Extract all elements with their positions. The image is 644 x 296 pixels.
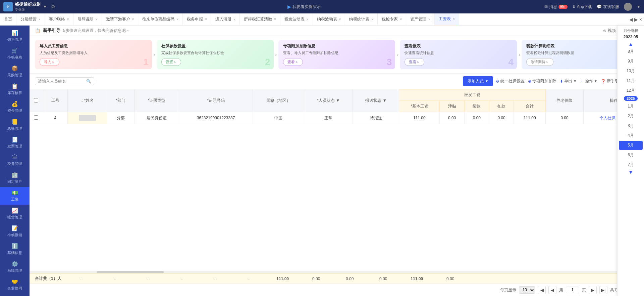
sidebar-item-ledger[interactable]: 📒 总账管理	[0, 116, 30, 134]
search-input[interactable]	[38, 79, 85, 84]
sidebar-label-system: 系统管理	[7, 268, 22, 273]
deduction-btn[interactable]: ⊕ 专项附加扣除	[528, 78, 556, 84]
month-5[interactable]: 5月	[619, 141, 643, 150]
tab-invite[interactable]: 邀请下游客户×	[102, 13, 139, 26]
tab-tax-burden[interactable]: 税负波动表×	[280, 13, 313, 26]
sidebar-item-collab[interactable]: 🤝 企业协同	[0, 276, 30, 294]
dropdown-icon[interactable]: ▼	[43, 4, 47, 9]
add-person-button[interactable]: 添加人员 ▼	[463, 76, 493, 86]
close-icon[interactable]: ×	[39, 17, 41, 21]
month-up-btn[interactable]: ▲	[629, 41, 633, 47]
tab-tax-expert[interactable]: 税检专家×	[378, 13, 406, 26]
step-5-btn[interactable]: 敬请期待＞	[526, 58, 553, 66]
sidebar-item-payroll[interactable]: 💵 工资	[0, 187, 30, 205]
page-size-select[interactable]: 10 20 50	[519, 286, 535, 294]
select-all-checkbox[interactable]	[34, 98, 38, 102]
sidebar-item-invoice[interactable]: 🧾 发票管理	[0, 134, 30, 152]
social-security-btn[interactable]: ⚙ 统一社保设置	[496, 78, 525, 84]
month-10[interactable]: 10月	[619, 67, 643, 76]
step-4-btn[interactable]: 查看＞	[405, 58, 424, 66]
tab-tax-wave[interactable]: 纳税波动表×	[313, 13, 345, 26]
tab-layered[interactable]: 分层经营×	[16, 13, 45, 26]
avatar[interactable]	[624, 3, 632, 11]
search-icon[interactable]: 🔍	[86, 79, 91, 84]
guide-video-btn[interactable]: ⊙ 视频	[603, 28, 615, 34]
scrollbar-thumb[interactable]	[97, 271, 164, 273]
close-icon[interactable]: ×	[205, 17, 207, 21]
step-3-btn[interactable]: 查看＞	[283, 58, 303, 66]
month-11[interactable]: 11月	[619, 76, 643, 85]
tab-assets[interactable]: 资产管理×	[406, 13, 435, 26]
next-page-btn[interactable]: ▶	[589, 286, 597, 294]
month-6[interactable]: 6月	[619, 151, 643, 160]
month-8[interactable]: 8月	[619, 47, 643, 56]
sidebar-item-purchase[interactable]: 📦 采购管理	[0, 62, 30, 80]
settings-icon[interactable]: ⚙	[51, 4, 55, 9]
tab-tax-stat[interactable]: 纳税统计表×	[345, 13, 378, 26]
close-icon[interactable]: ×	[428, 17, 430, 21]
sidebar-label-collab: 企业协同	[7, 286, 22, 291]
month-9[interactable]: 9月	[619, 57, 643, 66]
tab-payroll[interactable]: 工资表×	[435, 13, 459, 26]
close-icon[interactable]: ×	[176, 17, 178, 21]
report-filter-icon[interactable]: ▼	[383, 98, 387, 103]
tab-income-tax[interactable]: 所得税汇算清缴×	[240, 13, 280, 26]
invoice-icon: 🧾	[11, 136, 18, 143]
tab-guide[interactable]: 引导说明×	[73, 13, 102, 26]
close-icon[interactable]: ×	[132, 17, 134, 21]
month-1[interactable]: 1月	[619, 102, 643, 111]
close-icon[interactable]: ×	[67, 17, 69, 21]
row-checkbox[interactable]	[34, 115, 38, 120]
sidebar-item-assets[interactable]: 🏢 固定资产	[0, 169, 30, 187]
sidebar-item-finance[interactable]: 💰 资金管理	[0, 98, 30, 116]
tab-clearance[interactable]: 进入清册×	[211, 13, 240, 26]
step-2-btn[interactable]: 设置＞	[161, 58, 181, 66]
message-btn[interactable]: ✉ 消息 99+	[544, 4, 568, 10]
personal-insurance-link[interactable]: 个人社保	[599, 116, 615, 120]
close-icon[interactable]: ×	[371, 17, 373, 21]
demo-text[interactable]: 我要看实例演示	[292, 4, 321, 10]
month-4[interactable]: 4月	[619, 131, 643, 140]
export-btn[interactable]: ⬇ 导出 ▼	[560, 78, 577, 84]
sidebar-item-inventory[interactable]: 📋 库存核算	[0, 80, 30, 98]
account-icon[interactable]: ▼	[637, 4, 641, 9]
close-icon[interactable]: ×	[274, 17, 276, 21]
sidebar-item-system[interactable]: ⚙️ 系统管理	[0, 258, 30, 276]
first-page-btn[interactable]: |◀	[538, 286, 546, 294]
online-service-btn[interactable]: 💬 在线客服	[597, 4, 619, 10]
sidebar-item-ecommerce[interactable]: 🛒 小畅电商	[0, 45, 30, 62]
step-1-btn[interactable]: 导入＞	[40, 58, 59, 66]
tab-customer[interactable]: 客户联络×	[45, 13, 73, 26]
nav-prev-icon[interactable]: ◀	[629, 17, 633, 22]
nav-close-all-icon[interactable]: ×	[639, 17, 642, 22]
tab-product-code[interactable]: 往来单位商品编码×	[138, 13, 183, 26]
close-icon[interactable]: ×	[400, 17, 402, 21]
month-12[interactable]: 12月	[619, 86, 643, 95]
prev-page-btn[interactable]: ◀	[548, 286, 556, 294]
page-input[interactable]	[566, 287, 579, 293]
status-filter-icon[interactable]: ▼	[336, 98, 340, 103]
month-3[interactable]: 3月	[619, 121, 643, 130]
close-icon[interactable]: ×	[233, 17, 235, 21]
month-2[interactable]: 2月	[619, 112, 643, 121]
sidebar-item-operations[interactable]: 📈 经营管理	[0, 205, 30, 222]
tab-tax-report[interactable]: 税务申报×	[183, 13, 211, 26]
close-icon[interactable]: ×	[453, 17, 455, 21]
close-icon[interactable]: ×	[307, 17, 309, 21]
guide-icon: 📋	[35, 28, 40, 33]
sidebar-item-basic[interactable]: ℹ️ 基础信息	[0, 240, 30, 258]
month-down-btn[interactable]: ▼	[629, 170, 633, 175]
horizontal-scrollbar[interactable]	[30, 271, 644, 273]
last-page-btn[interactable]: ▶|	[599, 286, 607, 294]
close-icon[interactable]: ×	[96, 17, 98, 21]
sidebar-item-newbie[interactable]: 🎯 新手引导	[0, 294, 30, 296]
month-7[interactable]: 7月	[619, 160, 643, 169]
sidebar-item-expense[interactable]: 📝 小畅报销	[0, 222, 30, 240]
operations-btn[interactable]: ⋮ 操作 ▼	[580, 78, 597, 84]
nav-next-icon[interactable]: ▶	[634, 17, 638, 22]
close-icon[interactable]: ×	[339, 17, 341, 21]
sidebar-item-tax[interactable]: 🏛 税务管理	[0, 152, 30, 169]
tab-home[interactable]: 首页	[0, 13, 16, 26]
sidebar-item-sales[interactable]: 📊 销售管理	[0, 27, 30, 45]
app-download-btn[interactable]: ⬇ App下载	[572, 4, 592, 10]
